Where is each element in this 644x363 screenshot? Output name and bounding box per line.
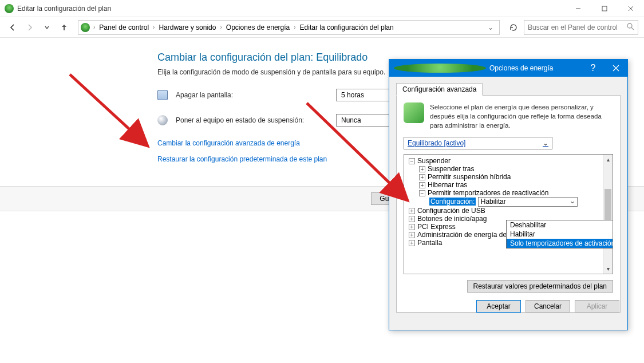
battery-icon: [404, 102, 424, 123]
monitor-icon: [157, 90, 168, 100]
dialog-icon: [394, 64, 486, 73]
sleep-label: Poner al equipo en estado de suspensión:: [176, 116, 330, 124]
config-value-dropdown[interactable]: Habilitar: [478, 197, 578, 207]
dialog-description: Seleccione el plan de energía que desea …: [430, 102, 613, 130]
tree-hibrida[interactable]: +Permitir suspensión híbrida: [405, 173, 611, 181]
maximize-button[interactable]: [591, 0, 618, 17]
expand-icon[interactable]: +: [409, 232, 415, 238]
window-titlebar: Editar la configuración del plan: [0, 0, 644, 17]
scroll-up-icon[interactable]: ▴: [603, 155, 613, 164]
settings-tree: −Suspender +Suspender tras +Permitir sus…: [404, 154, 613, 274]
breadcrumb-edit-plan[interactable]: Editar la configuración del plan: [298, 22, 396, 33]
option-enable[interactable]: Habilitar: [507, 230, 613, 239]
help-button[interactable]: ?: [582, 60, 605, 77]
expand-icon[interactable]: +: [409, 224, 415, 230]
back-button[interactable]: [6, 21, 19, 34]
tree-usb[interactable]: +Configuración de USB: [405, 207, 611, 215]
expand-icon[interactable]: +: [419, 166, 425, 172]
tree-scrollbar[interactable]: ▴ ▾: [603, 155, 613, 274]
config-dropdown-list[interactable]: Deshabilitar Habilitar Solo temporizador…: [506, 220, 613, 248]
restore-defaults-button[interactable]: Restaurar valores predeterminados del pl…: [467, 280, 613, 293]
collapse-icon[interactable]: −: [419, 190, 425, 196]
refresh-button[interactable]: [507, 21, 520, 34]
expand-icon[interactable]: +: [409, 240, 415, 246]
display-off-label: Apagar la pantalla:: [176, 91, 330, 99]
navbar: › Panel de control › Hardware y sonido ›…: [0, 17, 644, 38]
option-disable[interactable]: Deshabilitar: [507, 220, 613, 230]
dialog-body: Configuración avanzada Seleccione el pla…: [389, 77, 627, 319]
cancel-button[interactable]: Cancelar: [526, 300, 570, 313]
tab-advanced[interactable]: Configuración avanzada: [396, 83, 483, 96]
apply-button[interactable]: Aplicar: [575, 300, 619, 313]
breadcrumb-power[interactable]: Opciones de energía: [224, 22, 291, 33]
minimize-button[interactable]: [565, 0, 591, 17]
chevron-right-icon: ›: [93, 24, 95, 30]
search-box[interactable]: [524, 20, 638, 35]
expand-icon[interactable]: +: [419, 182, 425, 188]
scroll-thumb[interactable]: [605, 189, 611, 223]
dialog-title: Opciones de energía: [489, 64, 582, 72]
up-button[interactable]: [57, 21, 71, 34]
app-icon: [5, 4, 14, 13]
breadcrumb-dropdown-icon[interactable]: ⌄: [484, 23, 497, 31]
chevron-right-icon: ›: [220, 24, 222, 30]
plan-select-value: Equilibrado [activo]: [408, 139, 465, 147]
scroll-down-icon[interactable]: ▾: [603, 264, 613, 274]
close-button[interactable]: [618, 0, 644, 17]
chevron-down-icon: ⌄: [543, 139, 548, 147]
collapse-icon[interactable]: −: [409, 158, 415, 164]
dialog-titlebar[interactable]: Opciones de energía ?: [389, 60, 627, 77]
svg-rect-1: [602, 6, 607, 11]
tree-config-row[interactable]: Configuración: Habilitar: [405, 197, 611, 207]
chevron-right-icon: ›: [153, 24, 155, 30]
window-title: Editar la configuración del plan: [17, 5, 565, 13]
tree-suspender[interactable]: −Suspender: [405, 157, 611, 165]
ok-button[interactable]: Aceptar: [476, 300, 521, 313]
tree-hibernar[interactable]: +Hibernar tras: [405, 181, 611, 189]
expand-icon[interactable]: +: [409, 208, 415, 214]
svg-line-5: [631, 27, 634, 30]
expand-icon[interactable]: +: [419, 174, 425, 180]
dialog-button-row: Aceptar Cancelar Aplicar: [476, 300, 619, 313]
option-important-only[interactable]: Solo temporizadores de activación import…: [507, 239, 613, 248]
plan-select[interactable]: Equilibrado [activo] ⌄: [404, 137, 552, 149]
tree-suspender-tras[interactable]: +Suspender tras: [405, 165, 611, 173]
moon-icon: [157, 115, 168, 125]
breadcrumb-hardware[interactable]: Hardware y sonido: [157, 22, 218, 33]
dialog-close-button[interactable]: [605, 60, 627, 77]
search-input[interactable]: [528, 23, 626, 31]
breadcrumb[interactable]: › Panel de control › Hardware y sonido ›…: [78, 20, 500, 35]
tab-panel: Seleccione el plan de energía que desea …: [396, 95, 621, 313]
recent-dropdown[interactable]: [40, 21, 54, 34]
search-icon[interactable]: [626, 22, 634, 32]
tree-temporizadores[interactable]: −Permitir temporizadores de reactivación: [405, 189, 611, 197]
power-options-dialog: Opciones de energía ? Configuración avan…: [389, 59, 628, 330]
svg-point-4: [627, 23, 632, 28]
config-label: Configuración:: [429, 198, 476, 206]
forward-button[interactable]: [23, 21, 37, 34]
breadcrumb-control-panel[interactable]: Panel de control: [97, 22, 151, 33]
chevron-right-icon: ›: [294, 24, 295, 30]
breadcrumb-icon: [81, 23, 90, 32]
expand-icon[interactable]: +: [409, 216, 415, 222]
